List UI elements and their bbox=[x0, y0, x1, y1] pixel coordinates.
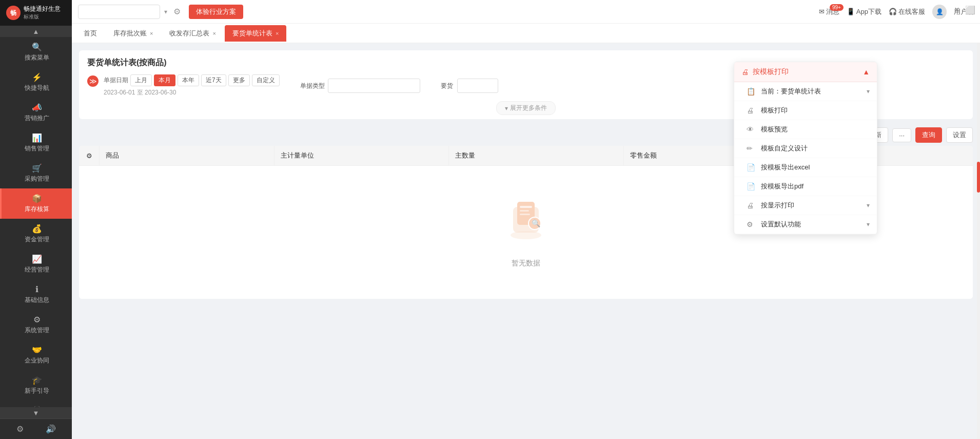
tab-inventory-batch-close[interactable]: × bbox=[150, 30, 153, 36]
svg-rect-4 bbox=[520, 210, 529, 212]
trial-btn[interactable]: 体验行业方案 bbox=[189, 5, 243, 19]
dropdown-header: 🖨 按模板打印 ▲ bbox=[734, 62, 877, 82]
sidebar-item-marketing[interactable]: 📣 营销推广 bbox=[0, 98, 72, 128]
sidebar-item-quick-nav[interactable]: ⚡ 快捷导航 bbox=[0, 67, 72, 98]
settings-btn[interactable]: 设置 bbox=[946, 127, 973, 143]
scrollbar-track bbox=[977, 43, 980, 439]
display-print-chevron: ▾ bbox=[867, 202, 870, 209]
user-avatar[interactable]: 👤 bbox=[932, 5, 947, 19]
filter-expand-btn[interactable]: ≫ bbox=[87, 75, 99, 87]
scrollbar-thumb[interactable] bbox=[977, 162, 980, 193]
window-controls: × ⬜ bbox=[947, 0, 980, 20]
more-btn[interactable]: ··· bbox=[892, 128, 911, 142]
app-logo-icon: 畅 bbox=[6, 6, 21, 20]
dropdown-current-template[interactable]: 📋 当前：要货单统计表 ▾ bbox=[734, 82, 877, 101]
expand-more-label: 展开更多条件 bbox=[510, 104, 547, 112]
search-menu-icon: 🔍 bbox=[32, 42, 42, 52]
dropdown-template-print-label: 模板打印 bbox=[761, 106, 788, 115]
tab-receipt-summary-close[interactable]: × bbox=[212, 30, 215, 36]
tab-requisition-stats[interactable]: 要货单统计表 × bbox=[225, 25, 286, 42]
sidebar-scroll-down[interactable]: ▼ bbox=[0, 407, 72, 418]
sidebar-item-operations[interactable]: 📈 经营管理 bbox=[0, 249, 72, 279]
requisition-type-select[interactable] bbox=[457, 79, 498, 93]
tab-home-label: 首页 bbox=[84, 29, 97, 38]
sidebar-item-app-center[interactable]: 📱 应用中心 bbox=[0, 400, 72, 407]
window-close-btn[interactable]: × bbox=[951, 4, 963, 15]
tab-inventory-batch[interactable]: 库存批次账 × bbox=[106, 25, 161, 42]
date-btn-7days[interactable]: 近7天 bbox=[201, 74, 226, 86]
search-chevron-icon[interactable]: ▾ bbox=[164, 8, 167, 15]
dropdown-template-export-excel[interactable]: 📄 按模板导出excel bbox=[734, 158, 877, 177]
sidebar-item-finance[interactable]: 💰 资金管理 bbox=[0, 219, 72, 249]
sidebar-logo: 畅 畅捷通好生意 标准版 bbox=[0, 0, 72, 26]
online-service-btn[interactable]: 🎧 在线客服 bbox=[889, 7, 925, 16]
marketing-icon: 📣 bbox=[32, 103, 42, 112]
dropdown-title: 按模板打印 bbox=[753, 67, 789, 77]
dropdown-collapse-icon[interactable]: ▲ bbox=[863, 68, 870, 76]
sidebar-item-basics[interactable]: ℹ 基础信息 bbox=[0, 279, 72, 310]
app-download-btn[interactable]: 📱 App下载 bbox=[847, 7, 881, 16]
dropdown-template-preview-label: 模板预览 bbox=[761, 125, 788, 134]
sidebar-item-sales[interactable]: 📊 销售管理 bbox=[0, 128, 72, 158]
date-btn-last-month[interactable]: 上月 bbox=[130, 74, 152, 86]
template-print-icon: 🖨 bbox=[747, 106, 756, 114]
sidebar-scroll-up[interactable]: ▲ bbox=[0, 26, 72, 37]
dropdown-template-preview[interactable]: 👁 模板预览 bbox=[734, 120, 877, 139]
svg-rect-5 bbox=[520, 214, 530, 215]
dropdown-template-export-pdf-label: 按模板导出pdf bbox=[761, 182, 803, 191]
sidebar-item-label: 采购管理 bbox=[25, 175, 49, 183]
template-preview-icon: 👁 bbox=[747, 125, 756, 133]
dropdown-template-custom[interactable]: ✏ 模板自定义设计 bbox=[734, 139, 877, 158]
sidebar-item-search[interactable]: 🔍 搜索菜单 bbox=[0, 37, 72, 67]
app-download-icon: 📱 bbox=[847, 8, 855, 15]
tabs-bar: 首页 库存批次账 × 收发存汇总表 × 要货单统计表 × × ⬜ bbox=[72, 24, 980, 43]
dropdown-default-func[interactable]: ⚙ 设置默认功能 ▾ bbox=[734, 215, 877, 234]
date-btn-this-year[interactable]: 本年 bbox=[178, 74, 199, 86]
current-template-icon: 📋 bbox=[747, 87, 756, 96]
audio-icon[interactable]: 🔊 bbox=[46, 424, 56, 434]
tab-requisition-stats-close[interactable]: × bbox=[276, 30, 279, 36]
th-gear[interactable]: ⚙ bbox=[79, 146, 100, 165]
dropdown-display-print[interactable]: 🖨 按显示打印 ▾ bbox=[734, 196, 877, 215]
topbar-gear-icon[interactable]: ⚙ bbox=[173, 7, 181, 16]
message-badge: 99+ bbox=[830, 4, 844, 11]
search-input[interactable] bbox=[78, 5, 160, 19]
sidebar-item-label: 搜索菜单 bbox=[25, 53, 49, 62]
dropdown-template-custom-label: 模板自定义设计 bbox=[761, 144, 808, 153]
avatar-icon: 👤 bbox=[936, 8, 944, 15]
dropdown-template-print[interactable]: 🖨 模板打印 bbox=[734, 101, 877, 120]
page-content: 要货单统计表(按商品) ≫ 单据日期 上月 本月 本年 近7天 更多 自定义 2… bbox=[72, 43, 980, 439]
sidebar-item-guide[interactable]: 🎓 新手引导 bbox=[0, 370, 72, 400]
th-unit: 主计量单位 bbox=[275, 146, 449, 165]
date-btn-custom[interactable]: 自定义 bbox=[252, 74, 280, 86]
dropdown-default-func-left: ⚙ 设置默认功能 bbox=[747, 220, 801, 229]
dropdown-menu: 🖨 按模板打印 ▲ 📋 当前：要货单统计表 ▾ 🖨 模板打印 👁 模板预览 bbox=[734, 62, 877, 235]
template-export-excel-icon: 📄 bbox=[747, 163, 756, 171]
svg-rect-3 bbox=[520, 206, 532, 208]
sidebar-item-cooperation[interactable]: 🤝 企业协同 bbox=[0, 340, 72, 370]
app-edition: 标准版 bbox=[24, 13, 61, 21]
settings-label: 设置 bbox=[953, 130, 966, 140]
window-maximize-btn[interactable]: ⬜ bbox=[965, 4, 976, 15]
sidebar-item-label: 系统管理 bbox=[25, 326, 49, 335]
date-filter-group: 单据日期 上月 本月 本年 近7天 更多 自定义 2023-06-01 至 20… bbox=[104, 74, 280, 97]
settings-bottom-icon[interactable]: ⚙ bbox=[16, 424, 24, 434]
message-btn[interactable]: ✉ 消息 99+ bbox=[819, 7, 839, 16]
date-btn-more[interactable]: 更多 bbox=[228, 74, 250, 86]
tab-receipt-summary[interactable]: 收发存汇总表 × bbox=[162, 25, 223, 42]
expand-more-btn[interactable]: ▾ 展开更多条件 bbox=[496, 101, 556, 115]
order-type-select[interactable] bbox=[328, 79, 420, 93]
sidebar-item-label: 企业协同 bbox=[25, 356, 49, 365]
th-product: 商品 bbox=[100, 146, 275, 165]
query-btn[interactable]: 查询 bbox=[915, 127, 942, 143]
date-filter-label: 单据日期 bbox=[104, 76, 128, 85]
dropdown-template-export-pdf[interactable]: 📄 按模板导出pdf bbox=[734, 177, 877, 196]
sidebar-item-system[interactable]: ⚙ 系统管理 bbox=[0, 310, 72, 340]
inventory-icon: 📦 bbox=[32, 194, 42, 203]
headset-icon: 🎧 bbox=[889, 8, 897, 15]
dropdown-template-export-excel-label: 按模板导出excel bbox=[761, 163, 810, 172]
sidebar-item-purchase[interactable]: 🛒 采购管理 bbox=[0, 158, 72, 188]
sidebar-item-inventory[interactable]: 📦 库存核算 bbox=[0, 188, 72, 219]
tab-home[interactable]: 首页 bbox=[76, 25, 105, 42]
date-btn-this-month[interactable]: 本月 bbox=[154, 74, 175, 86]
